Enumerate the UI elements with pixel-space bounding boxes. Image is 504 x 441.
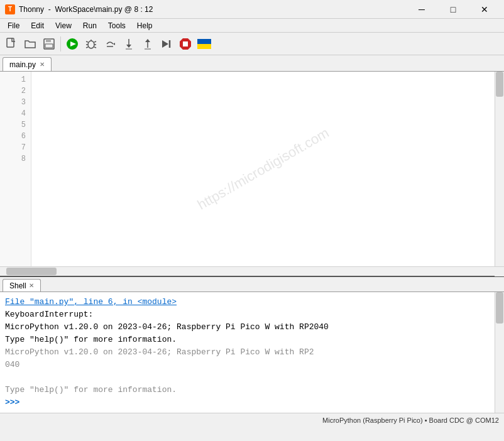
line-num-5: 5: [0, 119, 31, 131]
watermark: https://microdigisoft.com: [195, 127, 330, 211]
svg-point-6: [88, 41, 94, 48]
step-into-icon: [123, 38, 135, 50]
minimize-button[interactable]: ─: [407, 0, 436, 19]
open-icon: [24, 38, 36, 50]
shell-line-2: KeyboardInterrupt:: [5, 308, 490, 321]
menu-view[interactable]: View: [50, 20, 77, 31]
line-num-4: 4: [0, 108, 31, 119]
shell-content[interactable]: File "main.py", line 6, in <module> Keyb…: [0, 292, 495, 413]
shell-scrollbar-thumb[interactable]: [496, 292, 503, 324]
shell-link[interactable]: File "main.py", line 6, in <module>: [5, 297, 177, 307]
shell-line-3: MicroPython v1.20.0 on 2023-04-26; Raspb…: [5, 321, 490, 334]
status-bar: MicroPython (Raspberry Pi Pico) • Board …: [0, 413, 504, 427]
save-button[interactable]: [40, 35, 58, 53]
shell-line-1: File "main.py", line 6, in <module>: [5, 296, 490, 308]
svg-marker-17: [126, 45, 131, 48]
editor-tab-main[interactable]: main.py ✕: [3, 57, 52, 71]
shell-line-8: Type "help()" for more information.: [5, 384, 490, 396]
editor-tab-label: main.py: [9, 60, 36, 69]
step-out-icon: [141, 38, 154, 50]
close-button[interactable]: ✕: [470, 0, 499, 19]
svg-rect-27: [197, 44, 211, 49]
step-over-icon: [104, 38, 116, 50]
title-bar: T Thonny - WorkSpace\main.py @ 8 : 12 ─ …: [0, 0, 504, 19]
save-icon: [43, 38, 55, 50]
svg-line-13: [94, 47, 96, 48]
shell-line-4: Type "help()" for more information.: [5, 334, 490, 346]
app-title: Thonny - WorkSpace\main.py @ 8 : 12: [19, 5, 153, 14]
svg-rect-2: [46, 39, 51, 42]
svg-marker-14: [113, 43, 115, 45]
menu-help[interactable]: Help: [132, 20, 158, 31]
stop-button[interactable]: [177, 35, 194, 53]
svg-rect-25: [183, 41, 188, 46]
ukraine-flag-icon: [197, 39, 211, 49]
line-num-1: 1: [0, 74, 31, 85]
shell-line-6: 040: [5, 359, 490, 371]
svg-rect-0: [7, 38, 14, 47]
editor-hscrollbar-thumb[interactable]: [6, 268, 57, 275]
line-num-3: 3: [0, 97, 31, 108]
line-num-6: 6: [0, 131, 31, 142]
shell-tab-close[interactable]: ✕: [29, 282, 34, 289]
shell-line-7: [5, 371, 490, 384]
editor-hscrollbar-track[interactable]: [0, 267, 495, 276]
flag-button[interactable]: [195, 35, 213, 53]
app-icon: T: [5, 4, 15, 14]
svg-rect-3: [45, 44, 53, 48]
menu-run[interactable]: Run: [78, 20, 102, 31]
menu-bar: File Edit View Run Tools Help: [0, 19, 504, 33]
shell-tab-bar: Shell ✕: [0, 277, 504, 292]
shell-panel: Shell ✕ File "main.py", line 6, in <modu…: [0, 276, 504, 413]
menu-tools[interactable]: Tools: [103, 20, 131, 31]
shell-scrollbar-track[interactable]: [495, 292, 504, 413]
status-text: MicroPython (Raspberry Pi Pico) • Board …: [322, 416, 499, 424]
shell-prompt-line: >>>: [5, 396, 490, 409]
shell-line-5: MicroPython v1.20.0 on 2023-04-26; Raspb…: [5, 346, 490, 359]
editor-hscrollbar[interactable]: [0, 266, 504, 276]
step-into-button[interactable]: [120, 35, 138, 53]
maximize-button[interactable]: □: [439, 0, 468, 19]
run-button[interactable]: [63, 35, 81, 53]
svg-marker-20: [145, 39, 150, 42]
menu-edit[interactable]: Edit: [26, 20, 49, 31]
editor-scrollbar[interactable]: [495, 72, 504, 266]
menu-file[interactable]: File: [3, 20, 25, 31]
debug-icon: [84, 37, 98, 51]
debug-button[interactable]: [82, 35, 100, 53]
svg-line-8: [86, 41, 88, 42]
step-over-button[interactable]: [101, 35, 119, 53]
shell-tab-label: Shell: [9, 281, 26, 290]
run-icon: [65, 37, 79, 51]
editor-tab-close[interactable]: ✕: [40, 61, 45, 68]
new-icon: [5, 38, 18, 50]
line-numbers: 1 2 3 4 5 6 7 8: [0, 72, 31, 266]
line-num-8: 8: [0, 153, 31, 165]
line-num-2: 2: [0, 85, 31, 97]
title-bar-controls: ─ □ ✕: [407, 0, 499, 19]
svg-line-9: [94, 41, 96, 42]
editor-area: 1 2 3 4 5 6 7 8 https://microdigisoft.co…: [0, 72, 504, 266]
new-button[interactable]: [3, 35, 20, 53]
stop-icon: [178, 37, 192, 51]
scrollbar-corner: [495, 267, 504, 276]
separator-1: [60, 36, 61, 52]
resume-icon: [160, 38, 173, 50]
step-out-button[interactable]: [139, 35, 156, 53]
editor-scrollbar-thumb[interactable]: [496, 72, 503, 97]
shell-prompt[interactable]: >>>: [5, 398, 19, 407]
editor-tab-bar: main.py ✕: [0, 55, 504, 72]
title-bar-left: T Thonny - WorkSpace\main.py @ 8 : 12: [5, 4, 153, 14]
open-button[interactable]: [21, 35, 39, 53]
shell-tab[interactable]: Shell ✕: [3, 279, 41, 291]
shell-body: File "main.py", line 6, in <module> Keyb…: [0, 292, 504, 413]
line-num-7: 7: [0, 142, 31, 153]
shell-scrollbar[interactable]: [495, 292, 504, 413]
svg-line-12: [86, 47, 88, 48]
resume-button[interactable]: [158, 35, 175, 53]
toolbar: [0, 33, 504, 55]
editor-content[interactable]: https://microdigisoft.com: [31, 72, 495, 266]
svg-rect-26: [197, 39, 211, 44]
editor-scrollbar-track[interactable]: [495, 72, 504, 266]
svg-marker-22: [162, 40, 168, 48]
